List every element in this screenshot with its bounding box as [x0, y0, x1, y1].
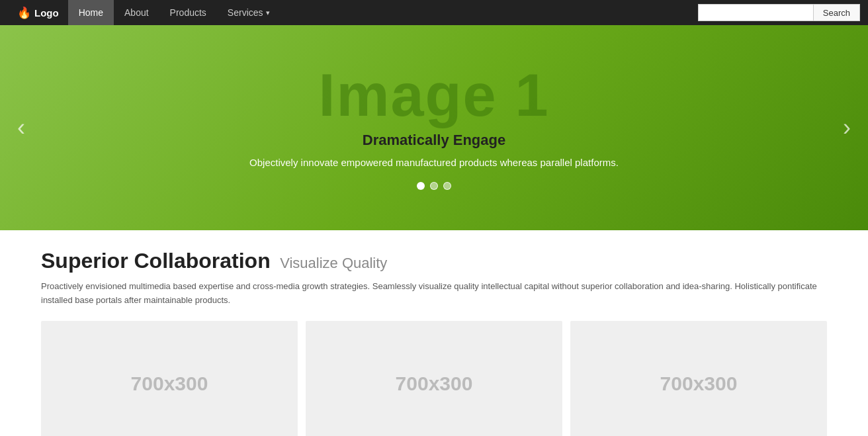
image-dim-label-1: 700x300 [131, 372, 208, 395]
image-row: 700x300 700x300 700x300 [41, 321, 827, 436]
carousel: ‹ Image 1 Dramatically Engage Objectivel… [0, 25, 868, 230]
carousel-image-label: Image 1 [249, 65, 619, 125]
carousel-description: Objectively innovate empowered manufactu… [249, 155, 619, 171]
carousel-dot-3[interactable] [443, 182, 451, 190]
nav-item-about[interactable]: About [114, 0, 159, 25]
nav-item-products[interactable]: Products [159, 0, 217, 25]
carousel-prev-button[interactable]: ‹ [5, 107, 37, 148]
nav-logo[interactable]: 🔥 Logo [8, 0, 68, 25]
image-placeholder-3: 700x300 [570, 321, 827, 436]
flame-icon: 🔥 [17, 6, 31, 20]
image-placeholder-2: 700x300 [306, 321, 562, 436]
carousel-title: Dramatically Engage [249, 132, 619, 149]
carousel-content: Image 1 Dramatically Engage Objectively … [249, 65, 619, 191]
carousel-next-button[interactable]: › [831, 107, 863, 148]
section-heading: Superior Collaboration [41, 249, 271, 273]
main-content: Superior Collaboration Visualize Quality… [30, 230, 838, 436]
nav-links: Home About Products Services [68, 0, 281, 25]
search-button[interactable]: Search [814, 4, 860, 21]
carousel-dot-1[interactable] [417, 182, 425, 190]
image-dim-label-2: 700x300 [396, 372, 473, 395]
carousel-indicators [249, 182, 619, 190]
nav-item-home[interactable]: Home [68, 0, 114, 25]
search-input[interactable] [698, 4, 814, 21]
nav-search: Search [698, 4, 860, 21]
carousel-dot-2[interactable] [430, 182, 438, 190]
section-subtitle: Visualize Quality [280, 255, 387, 271]
navbar: 🔥 Logo Home About Products Services Sear… [0, 0, 868, 25]
logo-text: Logo [34, 7, 59, 19]
image-placeholder-1: 700x300 [41, 321, 298, 436]
section-header: Superior Collaboration Visualize Quality [41, 249, 827, 273]
section-description: Proactively envisioned multimedia based … [41, 280, 822, 308]
nav-item-services[interactable]: Services [217, 0, 281, 25]
image-dim-label-3: 700x300 [660, 372, 738, 395]
